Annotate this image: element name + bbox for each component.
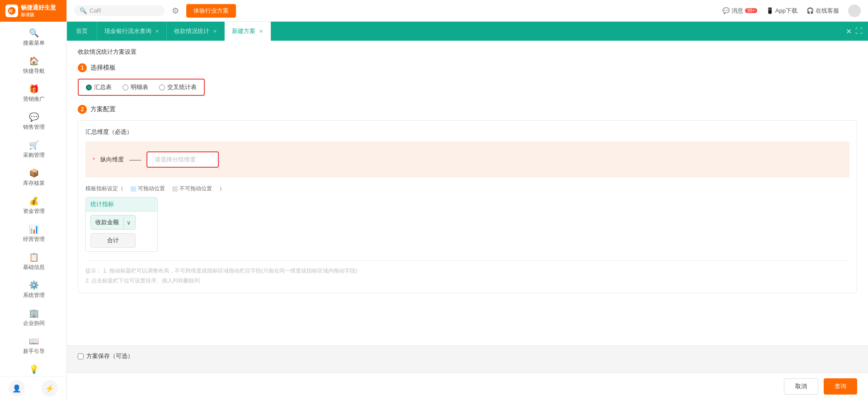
enterprise-icon: 🏢 bbox=[29, 308, 39, 318]
tips-line1: 提示： 1. 拖动标题栏可以调整布局，不可跨维度或指标区域拖动栏目字段(只能在同… bbox=[85, 266, 849, 276]
query-button[interactable]: 查询 bbox=[824, 378, 857, 395]
tab-new-plan-close[interactable]: ✕ bbox=[259, 28, 263, 34]
sidebar-item-basic-info[interactable]: 📋 基础信息 bbox=[0, 248, 66, 276]
sidebar-item-label: 销售管理 bbox=[23, 123, 45, 131]
app-download-btn[interactable]: 📱 App下载 bbox=[766, 7, 797, 15]
tab-revenue-stat[interactable]: 收款情况统计 ✕ bbox=[167, 22, 225, 41]
sidebar-item-finance[interactable]: 💰 资金管理 bbox=[0, 192, 66, 220]
tab-home[interactable]: 首页 bbox=[67, 22, 97, 41]
sidebar-item-marketing[interactable]: 🎁 营销推广 bbox=[0, 80, 66, 108]
tab-bank-flow[interactable]: 现金银行流水查询 ✕ bbox=[97, 22, 167, 41]
content-inner: 收款情况统计方案设置 1 选择模板 汇总表 明细表 bbox=[67, 41, 868, 345]
sidebar-item-purchase[interactable]: 🛒 采购管理 bbox=[0, 136, 66, 164]
tab-bank-flow-close[interactable]: ✕ bbox=[155, 28, 159, 34]
metric-total-container: 合计 bbox=[90, 231, 153, 248]
radio-cross-input[interactable] bbox=[159, 85, 165, 90]
svg-text:好: 好 bbox=[9, 9, 13, 13]
gear-icon[interactable]: ⚙ bbox=[172, 6, 179, 16]
sidebar-item-label: 搜索菜单 bbox=[23, 39, 45, 47]
metric-chip-label: 收款金额 bbox=[91, 216, 123, 229]
radio-summary-input[interactable] bbox=[86, 85, 92, 90]
tab-revenue-stat-close[interactable]: ✕ bbox=[213, 28, 217, 34]
radio-summary-label: 汇总表 bbox=[94, 83, 112, 91]
sidebar-item-label: 营销推广 bbox=[23, 95, 45, 103]
save-option-label[interactable]: 方案保存（可选） bbox=[78, 352, 133, 360]
sidebar-item-inventory[interactable]: 📦 库存核算 bbox=[0, 164, 66, 192]
sidebar-item-guide[interactable]: 📖 新手引导 bbox=[0, 332, 66, 360]
no-draggable-label: 不可拖动位置 bbox=[179, 185, 212, 193]
dimension-row: * 纵向维度 —— 请选择分组维度 bbox=[93, 151, 219, 168]
sales-icon: 💬 bbox=[29, 112, 39, 122]
inventory-icon: 📦 bbox=[29, 168, 39, 178]
sidebar-nav: 🔍 搜索菜单 🏠 快捷导航 🎁 营销推广 💬 销售管理 🛒 采购管理 📦 库存核… bbox=[0, 22, 66, 376]
logo-icon: 好 bbox=[5, 5, 18, 17]
tips-prefix: 提示： bbox=[85, 268, 102, 274]
online-service-btn[interactable]: 🎧 在线客服 bbox=[807, 7, 839, 15]
tips-content-1: 1. 拖动标题栏可以调整布局，不可跨维度或指标区域拖动栏目字段(只能在同一维度或… bbox=[103, 268, 357, 274]
sidebar-item-label: 系统管理 bbox=[23, 292, 45, 299]
system-icon: ⚙️ bbox=[29, 280, 39, 290]
metric-chip-dropdown-icon[interactable]: ∨ bbox=[123, 216, 134, 229]
sidebar-item-search-menu[interactable]: 🔍 搜索菜单 bbox=[0, 24, 66, 52]
no-drag-handle-icon bbox=[172, 186, 178, 192]
tab-new-plan[interactable]: 新建方案 ✕ bbox=[225, 22, 271, 41]
tab-close-all-icon[interactable]: ✕ bbox=[846, 27, 852, 36]
service-label: 在线客服 bbox=[816, 7, 839, 15]
search-input[interactable] bbox=[90, 7, 144, 14]
message-btn[interactable]: 💬 消息 99+ bbox=[722, 7, 757, 15]
vertical-dimension-label: 纵向维度 bbox=[100, 155, 124, 164]
guide-icon: 📖 bbox=[29, 336, 39, 346]
sidebar-item-sales[interactable]: 💬 销售管理 bbox=[0, 108, 66, 136]
radio-summary[interactable]: 汇总表 bbox=[86, 83, 112, 91]
message-label: 消息 bbox=[731, 7, 743, 15]
topbar-right: 💬 消息 99+ 📱 App下载 🎧 在线客服 bbox=[722, 5, 861, 17]
section1-title: 选择模板 bbox=[90, 64, 116, 72]
metrics-group-header: 统计指标 bbox=[86, 198, 157, 212]
sidebar-bottom-btn-2[interactable]: ⚡ bbox=[42, 380, 58, 396]
radio-detail[interactable]: 明细表 bbox=[123, 83, 148, 91]
search-box[interactable]: 🔍 bbox=[74, 5, 165, 16]
dimension-select[interactable]: 请选择分组维度 bbox=[146, 151, 219, 168]
basic-info-icon: 📋 bbox=[29, 252, 39, 262]
app-icon: 📱 bbox=[766, 7, 774, 14]
required-mark: * bbox=[93, 156, 95, 163]
save-option-checkbox[interactable] bbox=[78, 353, 84, 359]
trial-button[interactable]: 体验行业方案 bbox=[186, 4, 236, 18]
hardware-icon: 💡 bbox=[29, 364, 39, 374]
sidebar-bottom-btn-1[interactable]: 👤 bbox=[9, 380, 25, 396]
metrics-table: 统计指标 收款金额 ∨ 合计 bbox=[85, 197, 158, 252]
sidebar-item-enterprise[interactable]: 🏢 企业协同 bbox=[0, 304, 66, 332]
tab-expand-icon[interactable]: ⛶ bbox=[855, 27, 863, 35]
section2-num: 2 bbox=[78, 105, 87, 114]
config-section: 汇总维度（必选） * 纵向维度 —— 请选择分组维度 bbox=[78, 120, 857, 293]
radio-cross[interactable]: 交叉统计表 bbox=[159, 83, 197, 91]
draggable-label: 可拖动位置 bbox=[138, 185, 165, 193]
section-template: 1 选择模板 汇总表 明细表 交叉统计表 bbox=[78, 63, 857, 96]
purchase-icon: 🛒 bbox=[29, 140, 39, 150]
sidebar-item-hardware[interactable]: 💡 智能硬件 bbox=[0, 360, 66, 376]
sidebar-item-label: 经营管理 bbox=[23, 235, 45, 243]
metrics-config-label: 模板指标设定（ bbox=[85, 185, 123, 193]
search-icon: 🔍 bbox=[80, 7, 87, 14]
tabbar-actions: ✕ ⛶ bbox=[840, 22, 868, 41]
metrics-group-label: 统计指标 bbox=[90, 201, 114, 207]
service-icon: 🎧 bbox=[807, 7, 814, 14]
notification-badge: 99+ bbox=[745, 8, 757, 13]
operation-icon: 📊 bbox=[29, 224, 39, 234]
metric-total: 合计 bbox=[90, 233, 136, 248]
cancel-button[interactable]: 取消 bbox=[784, 378, 818, 395]
sidebar-item-operation[interactable]: 📊 经营管理 bbox=[0, 220, 66, 248]
sidebar-logo: 好 畅捷通好生意 标准版 bbox=[0, 0, 66, 22]
tabbar: 首页 现金银行流水查询 ✕ 收款情况统计 ✕ 新建方案 ✕ ✕ ⛶ bbox=[67, 22, 868, 41]
sidebar-item-label: 新手引导 bbox=[23, 348, 45, 355]
topbar: 🔍 ⚙ 体验行业方案 💬 消息 99+ 📱 App下载 🎧 在线客服 bbox=[67, 0, 868, 22]
user-avatar[interactable] bbox=[848, 5, 861, 17]
sidebar-item-label: 企业协同 bbox=[23, 320, 45, 327]
logo-edition: 标准版 bbox=[21, 12, 56, 18]
metric-chip-revenue[interactable]: 收款金额 ∨ bbox=[90, 215, 136, 230]
sidebar-item-system[interactable]: ⚙️ 系统管理 bbox=[0, 276, 66, 304]
dimension-area: * 纵向维度 —— 请选择分组维度 bbox=[85, 141, 849, 178]
sidebar-item-quick-nav[interactable]: 🏠 快捷导航 bbox=[0, 52, 66, 80]
tab-home-label: 首页 bbox=[76, 27, 88, 35]
radio-detail-input[interactable] bbox=[123, 85, 128, 90]
